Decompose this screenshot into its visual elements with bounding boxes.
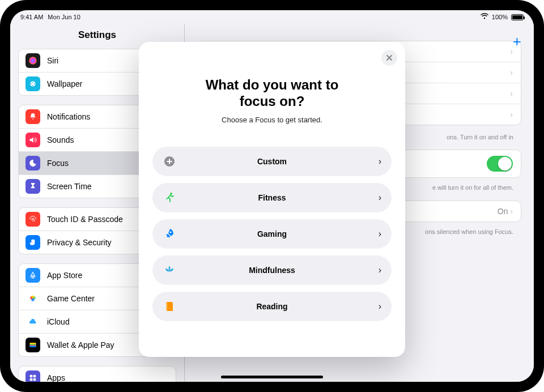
chevron-right-icon: ›: [379, 265, 381, 275]
sidebar-item-label: Notifications: [47, 112, 90, 121]
svg-point-20: [170, 193, 172, 195]
siri-icon: [26, 53, 40, 68]
bell-icon: [26, 109, 40, 124]
focus-option-gaming[interactable]: Gaming›: [152, 219, 392, 249]
sidebar-item-label: iCloud: [47, 317, 70, 326]
speaker-icon: [26, 133, 40, 147]
modal-title: What do you want to focus on?: [152, 77, 392, 110]
runner-icon: [163, 191, 176, 204]
home-indicator[interactable]: [221, 376, 323, 378]
sidebar-item-label: Game Center: [47, 294, 95, 303]
chevron-right-icon: ›: [510, 68, 513, 77]
device-frame: 9:41 AM Mon Jun 10 100% Settings SiriWal…: [0, 0, 544, 392]
apps-icon: [26, 370, 40, 382]
svg-rect-16: [33, 375, 36, 378]
focus-option-label: Gaming: [164, 229, 380, 238]
sidebar-item-label: Touch ID & Passcode: [47, 215, 123, 224]
svg-point-4: [32, 85, 33, 86]
chevron-right-icon: ›: [510, 89, 513, 98]
chevron-right-icon: ›: [379, 193, 381, 203]
svg-rect-13: [30, 345, 36, 346]
focus-option-reading[interactable]: Reading›: [152, 292, 392, 321]
status-date: Mon Jun 10: [48, 14, 80, 20]
focus-option-fitness[interactable]: Fitness›: [152, 183, 392, 212]
sidebar-item-label: Wallet & Apple Pay: [47, 340, 114, 350]
wifi-icon: [481, 13, 488, 21]
svg-point-21: [170, 231, 172, 233]
svg-rect-15: [30, 375, 33, 378]
sidebar-item-apps[interactable]: Apps: [19, 367, 176, 382]
sidebar-item-label: Privacy & Security: [47, 238, 112, 247]
sidebar-item-label: Apps: [47, 373, 65, 382]
focus-option-label: Mindfulness: [164, 266, 380, 275]
focus-option-mindfulness[interactable]: Mindfulness›: [152, 255, 392, 285]
sidebar-section: Apps: [18, 366, 176, 382]
battery-percent: 100%: [492, 14, 508, 20]
chevron-right-icon: ›: [379, 229, 381, 239]
svg-point-2: [32, 82, 33, 83]
lotus-icon: [163, 263, 176, 277]
cloud-icon: [26, 314, 40, 329]
svg-rect-18: [33, 378, 36, 381]
svg-point-8: [31, 298, 34, 301]
close-button[interactable]: [381, 50, 397, 66]
fingerprint-icon: [26, 212, 40, 227]
appstore-icon: [26, 268, 40, 283]
status-bar: 9:41 AM Mon Jun 10 100%: [10, 10, 534, 24]
close-icon: [386, 54, 393, 61]
sidebar-item-label: Sounds: [47, 135, 74, 144]
chevron-right-icon: ›: [379, 156, 381, 167]
svg-point-9: [31, 296, 34, 299]
focus-option-label: Fitness: [164, 193, 380, 202]
svg-rect-14: [30, 346, 36, 347]
svg-rect-22: [166, 302, 167, 311]
focus-options-list: Custom›Fitness›Gaming›Mindfulness›Readin…: [152, 147, 392, 321]
chevron-right-icon: ›: [510, 207, 513, 216]
modal-subtitle: Choose a Focus to get started.: [152, 116, 392, 124]
svg-point-3: [34, 83, 35, 84]
rocket-icon: [163, 227, 176, 241]
svg-rect-11: [30, 343, 36, 344]
sidebar-item-label: Siri: [47, 56, 58, 65]
wallet-icon: [26, 338, 40, 352]
sidebar-item-label: Focus: [47, 159, 69, 168]
share-toggle[interactable]: [487, 156, 513, 172]
svg-rect-17: [30, 378, 33, 381]
sidebar-item-label: Screen Time: [47, 182, 92, 191]
chevron-right-icon: ›: [510, 110, 513, 119]
add-focus-button[interactable]: +: [513, 33, 521, 50]
sidebar-item-label: Wallpaper: [47, 79, 83, 88]
gamecenter-icon: [26, 291, 40, 306]
hourglass-icon: [26, 179, 40, 194]
moon-icon: [26, 156, 40, 171]
wallpaper-icon: [26, 76, 40, 91]
battery-icon: [511, 14, 524, 20]
new-focus-modal: What do you want to focus on? Choose a F…: [139, 42, 405, 357]
sidebar-item-label: App Store: [47, 271, 82, 280]
focus-option-custom[interactable]: Custom›: [152, 147, 392, 176]
svg-rect-12: [30, 344, 36, 345]
focus-option-label: Custom: [164, 157, 380, 166]
book-icon: [163, 300, 176, 313]
hand-icon: [26, 235, 40, 250]
plus-circle-icon: [163, 155, 176, 168]
focus-option-label: Reading: [164, 302, 380, 311]
svg-point-5: [31, 83, 32, 84]
svg-point-0: [29, 57, 36, 64]
status-time: 9:41 AM: [20, 14, 43, 20]
screen: 9:41 AM Mon Jun 10 100% Settings SiriWal…: [10, 10, 534, 382]
chevron-right-icon: ›: [379, 301, 381, 312]
focus-status-value: On: [498, 207, 508, 216]
